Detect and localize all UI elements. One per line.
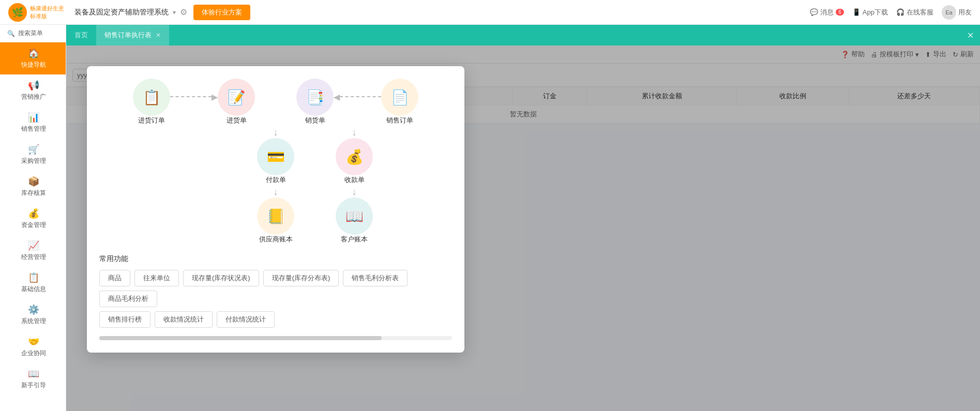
down-arrow-purchase: ↓ [257,127,294,138]
main-area: 🔍 搜索菜单 🏠 快捷导航 📢 营销推广 📊 销售管理 🛒 采购管理 📦 [0,25,980,411]
search-icon: 🔍 [7,30,15,37]
sidebar-item-quick-nav[interactable]: 🏠 快捷导航 [0,42,66,74]
function-buttons: 商品 往来单位 现存量(库存状况表) 现存量(库存分布表) 销售毛利分析表 商品… [99,270,452,307]
sales-icon: 📊 [28,112,39,123]
down-arrow-receipt: ↓ [336,187,373,197]
purchase-bill-label: 进货单 [227,116,247,125]
gap-1 [294,127,336,138]
sidebar-item-basic-info[interactable]: 📋 基础信息 [0,267,66,299]
down-arrow-payment: ↓ [257,187,294,197]
service-icon: 🎧 [896,8,904,16]
message-icon: 💬 [810,8,818,16]
avatar: Ea [942,5,956,20]
logo-area: 🌿 畅康通好生意 标准版 [8,3,74,22]
common-functions: 常用功能 商品 往来单位 现存量(库存状况表) 现存量(库存分布表) 销售毛利分… [99,254,452,328]
flow-node-purchase-order: 📋 进货订单 [133,79,170,125]
top-right: 💬 消息 6 📱 App下载 🎧 在线客服 Ea 用友 [810,5,972,20]
sales-order-circle: 📄 [381,79,418,116]
modal-overlay[interactable]: 📋 进货订单 ▶ 📝 [66,45,980,411]
logo-icon: 🌿 [8,3,27,22]
sidebar-item-marketing[interactable]: 📢 营销推广 [0,74,66,106]
tab-content: ❓ 帮助 🖨 按模板打印 ▾ ⬆ 导出 ↻ [66,45,980,411]
supplier-account-circle: 📒 [257,197,294,235]
top-bar: 🌿 畅康通好生意 标准版 装备及固定资产辅助管理系统 ▾ ⚙ 体验行业方案 💬 … [0,0,980,25]
sales-bill-circle: 📑 [296,79,334,116]
row2: 💳 付款单 💰 收款单 [99,138,452,185]
dropdown-icon[interactable]: ▾ [173,9,176,16]
basic-info-icon: 📋 [28,272,39,283]
logo-text: 畅康通好生意 标准版 [30,5,64,20]
system-title-area: 装备及固定资产辅助管理系统 ▾ ⚙ 体验行业方案 [74,5,810,20]
flow-node-receipt-bill: 💰 收款单 [336,138,373,185]
settings-icon[interactable]: ⚙ [180,7,187,17]
operations-icon: 📈 [28,240,39,251]
collab-icon: 🤝 [28,336,39,347]
arrows-down-row2: ↓ ↓ [99,187,452,197]
func-btn-payment-stat[interactable]: 付款情况统计 [217,311,275,328]
row3: 📒 供应商账本 📖 客户账本 [99,197,452,244]
purchase-bill-circle: 📝 [218,79,255,116]
tab-close-icon[interactable]: ✕ [156,32,161,39]
modal: 📋 进货订单 ▶ 📝 [87,66,464,353]
func-btn-goods[interactable]: 商品 [99,270,130,286]
sidebar-item-guide[interactable]: 📖 新手引导 [0,363,66,395]
flow-node-sales-order: 📄 销售订单 [381,79,418,125]
sidebar-item-sales[interactable]: 📊 销售管理 [0,106,66,139]
down-arrow-sales: ↓ [336,127,373,138]
sidebar-item-inventory[interactable]: 📦 库存核算 [0,171,66,203]
sidebar-item-finance[interactable]: 💰 资金管理 [0,203,66,235]
row2-spacer-left2 [178,187,257,197]
customer-account-label: 客户账本 [341,235,368,244]
message-badge: 6 [836,9,844,16]
row2-gap2 [294,187,336,197]
system-icon: ⚙️ [28,304,39,315]
supplier-account-label: 供应商账本 [259,235,293,244]
purchase-icon: 🛒 [28,144,39,155]
sidebar-item-purchase[interactable]: 🛒 采购管理 [0,139,66,171]
sales-order-label: 销售订单 [386,116,413,125]
user-item[interactable]: Ea 用友 [942,5,972,20]
common-functions-title: 常用功能 [99,254,452,264]
sidebar-search[interactable]: 🔍 搜索菜单 [0,25,66,42]
func-btn-partners[interactable]: 往来单位 [134,270,179,286]
online-service-item[interactable]: 🎧 在线客服 [896,8,933,17]
sidebar-item-operations[interactable]: 📈 经营管理 [0,235,66,267]
arrows-down-row1: ↓ ↓ [99,127,452,138]
flow-node-purchase-bill: 📝 进货单 [218,79,255,125]
message-item[interactable]: 💬 消息 6 [810,8,844,17]
func-btn-stock-dist[interactable]: 现存量(库存分布表) [263,270,339,286]
payment-bill-label: 付款单 [266,175,286,185]
arrow-purchase-order-to-bill [170,96,212,97]
flow-diagram: 📋 进货订单 ▶ 📝 [99,79,452,244]
tab-home[interactable]: 首页 [66,25,96,45]
func-btn-goods-margin[interactable]: 商品毛利分析 [99,291,157,307]
flow-node-customer-account: 📖 客户账本 [336,197,373,244]
trial-button[interactable]: 体验行业方案 [193,5,250,20]
customer-account-circle: 📖 [336,197,373,235]
func-btn-sales-rank[interactable]: 销售排行榜 [99,311,150,328]
guide-icon: 📖 [28,368,39,379]
app-download-item[interactable]: 📱 App下载 [852,8,888,17]
sidebar-item-system[interactable]: ⚙️ 系统管理 [0,299,66,331]
func-btn-sales-margin[interactable]: 销售毛利分析表 [343,270,408,286]
tab-end-button[interactable]: ✕ [967,31,974,40]
func-btn-stock-status[interactable]: 现存量(库存状况表) [183,270,259,286]
content-area: 首页 销售订单执行表 ✕ ✕ ❓ 帮助 [66,25,980,411]
flow-node-payment-bill: 💳 付款单 [257,138,294,185]
flow-node-supplier-account: 📒 供应商账本 [257,197,294,244]
inventory-icon: 📦 [28,176,39,187]
arrow-sales-order-to-bill [340,96,381,97]
sidebar: 🔍 搜索菜单 🏠 快捷导航 📢 营销推广 📊 销售管理 🛒 采购管理 📦 [0,25,66,411]
home-icon: 🏠 [28,48,39,59]
tab-sales-order[interactable]: 销售订单执行表 ✕ [96,25,169,45]
func-btn-receipt-stat[interactable]: 收款情况统计 [155,311,213,328]
flow-node-sales-bill: 📑 销货单 [296,79,334,125]
marketing-icon: 📢 [28,80,39,91]
sales-bill-label: 销货单 [305,116,325,125]
receipt-bill-circle: 💰 [336,138,373,175]
arrow-left-1: ◀ [334,92,340,102]
modal-scrollbar-track [99,336,452,340]
finance-icon: 💰 [28,208,39,219]
modal-scrollbar-thumb[interactable] [99,336,382,340]
sidebar-item-collab[interactable]: 🤝 企业协同 [0,331,66,363]
